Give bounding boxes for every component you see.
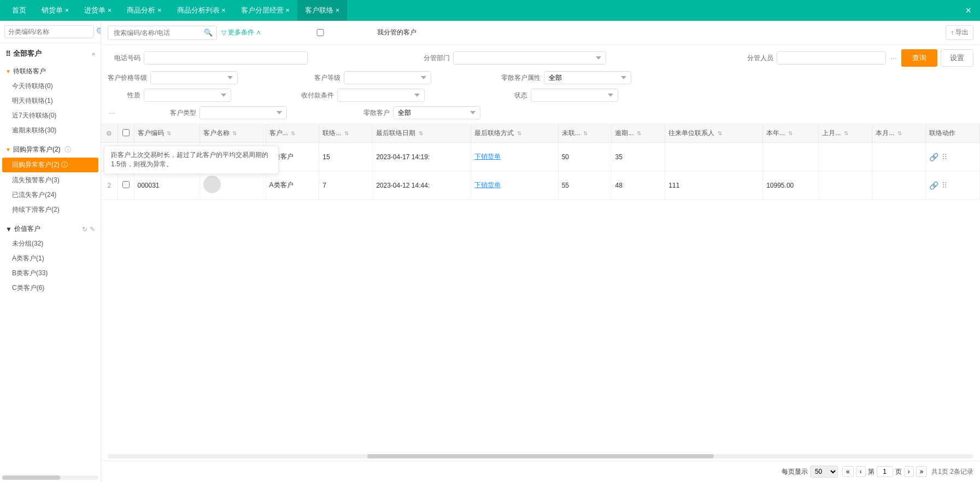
sidebar-item-c-class[interactable]: C类客户(6) <box>0 281 101 295</box>
close-all-tabs-button[interactable]: × <box>961 5 976 16</box>
row-last-contact-method: 下销货单 <box>471 143 558 171</box>
nav-customer-contact[interactable]: 客户联络 × <box>297 0 347 21</box>
nav-product-analysis[interactable]: 商品分析 × <box>119 0 169 21</box>
th-settings[interactable]: ⚙ <box>101 124 118 143</box>
per-page-select[interactable]: 50 20 100 <box>810 466 838 478</box>
th-last-month[interactable]: 上月... ⇅ <box>819 124 872 143</box>
sidebar-item-churned[interactable]: 已流失客户(24) <box>0 188 101 202</box>
more-conditions-button[interactable]: ▽ 更多条件 ∧ <box>221 28 261 37</box>
th-unlocked[interactable]: 未联... ⇅ <box>558 124 612 143</box>
th-contact-person[interactable]: 往来单位联系人 ⇅ <box>665 124 763 143</box>
filter-area: 电话号码 分管部门 分管人员 ··· 查询 设置 <box>101 45 980 124</box>
more-filter-dots-button[interactable]: ··· <box>109 108 115 117</box>
sidebar-horizontal-scrollbar[interactable] <box>2 475 98 480</box>
sidebar-item-overdue-pending[interactable]: 逾期未联络(30) <box>0 123 101 138</box>
search-icon[interactable]: 🔍 <box>204 28 213 37</box>
sidebar-scrollbar-thumb[interactable] <box>2 475 60 480</box>
th-this-month[interactable]: 本月... ⇅ <box>872 124 926 143</box>
sidebar-group-pending-title[interactable]: ▼ 待联络客户 <box>0 64 101 79</box>
department-select[interactable] <box>453 51 606 65</box>
th-name[interactable]: 客户名称 ⇅ <box>200 124 266 143</box>
nav-home[interactable]: 首页 <box>4 0 34 21</box>
sidebar-item-tomorrow-pending[interactable]: 明天待联络(1) <box>0 94 101 108</box>
prev-page-button[interactable]: ‹ <box>856 466 866 477</box>
select-all-checkbox[interactable] <box>122 129 130 136</box>
sidebar-item-today-pending[interactable]: 今天待联络(0) <box>0 79 101 94</box>
sidebar-all-customers-header[interactable]: ⠿ 全部客户 » <box>0 45 101 62</box>
sidebar-item-b-class[interactable]: B类客户(33) <box>0 266 101 281</box>
filter-price-level: 客户价格等级 <box>108 71 238 84</box>
next-page-button[interactable]: › <box>904 466 914 477</box>
contact-method-link[interactable]: 下销货单 <box>474 181 501 189</box>
sidebar-group-repurchase-abnormal-title[interactable]: ▼ 回购异常客户(2) ⓘ <box>0 142 101 157</box>
content-area: 🔍 ▽ 更多条件 ∧ 我分管的客户 ↑ 导出 电话号码 <box>101 21 980 482</box>
status-select[interactable] <box>531 89 618 102</box>
last-page-button[interactable]: » <box>916 466 928 477</box>
row-last-month <box>819 171 872 200</box>
chevron-down-icon2: ▼ <box>5 147 11 153</box>
row-contact-person: 111 <box>665 171 763 200</box>
row-checkbox-cell[interactable] <box>118 171 134 200</box>
th-checkbox[interactable] <box>118 124 134 143</box>
sidebar-search-input[interactable] <box>4 25 94 38</box>
th-level[interactable]: 客户... ⇅ <box>266 124 319 143</box>
grid-action-icon[interactable]: ⠿ <box>942 153 947 161</box>
scrollbar-thumb[interactable] <box>367 454 714 458</box>
retail-customer-select[interactable]: 全部 <box>393 106 480 119</box>
th-code[interactable]: 客户编码 ⇅ <box>134 124 200 143</box>
sidebar-item-a-class[interactable]: A类客户(1) <box>0 251 101 266</box>
link-icon[interactable]: 🔗 <box>929 153 938 161</box>
th-last-contact-date[interactable]: 最后联络日期 ⇅ <box>373 124 471 143</box>
th-this-year[interactable]: 本年... ⇅ <box>763 124 819 143</box>
refresh-icon[interactable]: ↻ <box>82 225 87 233</box>
info-icon[interactable]: ⓘ <box>64 145 71 154</box>
nav-customer-layered[interactable]: 客户分层经营 × <box>233 0 297 21</box>
my-customers-checkbox[interactable] <box>266 29 375 36</box>
sidebar-item-7day-pending[interactable]: 近7天待联络(0) <box>0 108 101 123</box>
row-overdue: 48 <box>612 171 665 200</box>
retail-attr-select[interactable]: 全部 <box>544 71 631 84</box>
horizontal-scrollbar[interactable] <box>108 454 973 458</box>
th-contact-count[interactable]: 联络... ⇅ <box>319 124 373 143</box>
customer-level-select[interactable] <box>344 71 431 84</box>
edit-icon[interactable]: ✎ <box>90 225 95 233</box>
settings-button[interactable]: 设置 <box>941 49 973 67</box>
sidebar-item-ungrouped[interactable]: 未分组(32) <box>0 236 101 251</box>
sidebar-item-repurchase-abnormal-active[interactable]: 回购异常客户(2) ⓘ <box>2 158 98 172</box>
table-settings-icon[interactable]: ⚙ <box>106 130 112 137</box>
sidebar-item-declining[interactable]: 持续下滑客户(2) <box>0 202 101 217</box>
sidebar-search-icon[interactable]: 🔍 <box>96 27 101 36</box>
export-button[interactable]: ↑ 导出 <box>946 25 973 40</box>
row-this-month <box>872 171 926 200</box>
phone-input[interactable] <box>144 51 308 65</box>
row-name <box>200 171 266 200</box>
top-nav: 首页 销货单 × 进货单 × 商品分析 × 商品分析列表 × 客户分层经营 × … <box>0 0 980 21</box>
row-this-month <box>872 143 926 171</box>
search-input[interactable] <box>108 26 217 40</box>
person-dots-button[interactable]: ··· <box>890 54 897 62</box>
export-label: 导出 <box>955 28 969 37</box>
person-input[interactable] <box>777 51 886 65</box>
payment-terms-select[interactable] <box>337 89 425 102</box>
row-checkbox[interactable] <box>122 181 130 188</box>
sidebar-item-churn-warning[interactable]: 流失预警客户(3) <box>0 173 101 188</box>
nav-sales-order[interactable]: 销货单 × <box>34 0 77 21</box>
nav-product-analysis-list[interactable]: 商品分析列表 × <box>169 0 233 21</box>
tooltip-box: 距客户上次交易时长，超过了此客户的平均交易周期的1.5倍，则视为异常。 <box>104 146 279 174</box>
price-level-select[interactable] <box>150 71 238 84</box>
nav-purchase-order[interactable]: 进货单 × <box>77 0 119 21</box>
first-page-button[interactable]: « <box>842 466 854 477</box>
my-customers-toggle[interactable]: 我分管的客户 <box>266 28 416 37</box>
nature-select[interactable] <box>144 89 231 102</box>
grid-action-icon[interactable]: ⠿ <box>942 181 947 190</box>
contact-method-link[interactable]: 下销货单 <box>474 153 501 160</box>
query-button[interactable]: 查询 <box>901 49 937 67</box>
row-contact-person <box>665 143 763 171</box>
th-last-contact-method[interactable]: 最后联络方式 ⇅ <box>471 124 558 143</box>
th-overdue[interactable]: 逾期... ⇅ <box>612 124 665 143</box>
page-number-input[interactable] <box>877 466 893 477</box>
customer-type-select[interactable] <box>199 106 287 119</box>
link-icon[interactable]: 🔗 <box>929 181 938 190</box>
sidebar-collapse-icon[interactable]: » <box>92 50 95 57</box>
sidebar-value-group-title[interactable]: ▼ 价值客户 ↻ ✎ <box>0 222 101 236</box>
